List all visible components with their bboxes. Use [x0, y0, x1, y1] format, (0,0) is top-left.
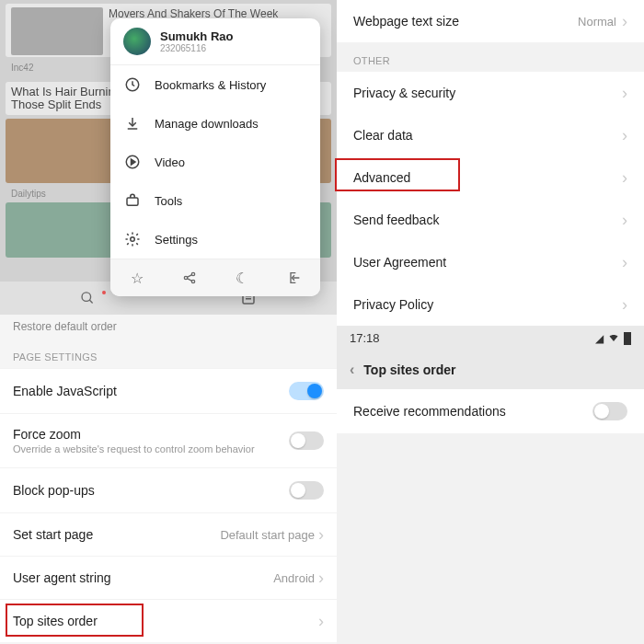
- section-header: OTHER: [337, 42, 644, 72]
- menu-label: Manage downloads: [155, 117, 259, 131]
- row-block-popups[interactable]: Block pop-ups: [0, 467, 337, 512]
- chevron-right-icon: ›: [622, 85, 627, 101]
- row-label: Privacy Policy: [353, 297, 622, 312]
- svg-point-11: [131, 237, 135, 242]
- star-icon[interactable]: ☆: [128, 269, 146, 287]
- menu-bookmarks[interactable]: Bookmarks & History: [110, 65, 320, 104]
- chevron-right-icon: ›: [318, 569, 324, 586]
- row-label: Webpage text size: [353, 14, 578, 29]
- avatar: [123, 28, 151, 55]
- row-label: Send feedback: [353, 213, 622, 227]
- toggle-force-zoom[interactable]: [289, 431, 324, 450]
- chevron-right-icon: ›: [622, 254, 627, 270]
- chevron-right-icon: ›: [318, 613, 324, 629]
- status-bar: 17:18 ◢ ■: [337, 326, 644, 351]
- row-force-zoom[interactable]: Force zoom Override a website's request …: [0, 413, 337, 467]
- menu-settings[interactable]: Settings: [110, 220, 320, 259]
- feed-background: Movers And Shakers Of The Week Inc42 Wha…: [0, 0, 337, 315]
- row-feedback[interactable]: Send feedback ›: [337, 199, 644, 241]
- toggle-block-popups[interactable]: [289, 481, 324, 500]
- menu-downloads[interactable]: Manage downloads: [110, 104, 320, 143]
- row-label: Clear data: [353, 128, 622, 143]
- titlebar-top-sites: ‹ Top sites order: [337, 351, 644, 389]
- row-recommendations[interactable]: Receive recommendations: [337, 389, 644, 433]
- row-value: Normal: [578, 15, 616, 29]
- search-icon[interactable]: [80, 289, 98, 307]
- wifi-icon: [607, 332, 620, 345]
- signal-icon: ◢: [595, 332, 604, 345]
- row-value: Default start page: [220, 528, 315, 542]
- svg-line-15: [187, 275, 191, 278]
- left-settings-panel: Restore default order PAGE SETTINGS Enab…: [0, 315, 337, 642]
- gear-icon: [123, 230, 142, 248]
- empty-fill: [337, 433, 644, 644]
- row-label: Privacy & security: [353, 86, 622, 100]
- section-header: PAGE SETTINGS: [0, 339, 337, 368]
- chevron-right-icon: ›: [318, 526, 324, 543]
- row-label: Block pop-ups: [13, 483, 289, 498]
- row-start-page[interactable]: Set start page Default start page ›: [0, 512, 337, 556]
- row-user-agent[interactable]: User agent string Android ›: [0, 556, 337, 599]
- popup-actions: ☆ ☾: [110, 259, 320, 296]
- toolbox-icon: [123, 191, 142, 210]
- battery-icon: ■: [624, 332, 631, 345]
- status-time: 17:18: [350, 331, 380, 345]
- menu-label: Settings: [155, 233, 198, 247]
- user-id: 232065116: [160, 43, 233, 53]
- row-label: Enable JavaScript: [13, 384, 289, 398]
- download-icon: [123, 114, 142, 132]
- chevron-right-icon: ›: [622, 13, 627, 29]
- row-subtitle: Override a website's request to control …: [13, 443, 289, 454]
- row-value: Android: [273, 571, 315, 585]
- back-icon[interactable]: ‹: [350, 362, 354, 378]
- popup-header[interactable]: Sumukh Rao 232065116: [110, 18, 320, 65]
- row-agreement[interactable]: User Agreement ›: [337, 241, 644, 283]
- svg-point-0: [82, 293, 91, 302]
- row-enable-javascript[interactable]: Enable JavaScript: [0, 368, 337, 413]
- play-icon: [123, 153, 142, 171]
- row-label: Receive recommendations: [353, 404, 592, 419]
- chevron-right-icon: ›: [622, 296, 627, 313]
- chevron-right-icon: ›: [622, 169, 627, 186]
- feed-thumb: [11, 7, 103, 55]
- row-label: Force zoom: [13, 427, 289, 442]
- svg-line-16: [187, 279, 191, 282]
- svg-line-1: [89, 300, 92, 303]
- row-text-size[interactable]: Webpage text size Normal ›: [337, 0, 644, 42]
- row-privacy[interactable]: Privacy & security ›: [337, 72, 644, 114]
- user-name: Sumukh Rao: [160, 29, 233, 43]
- exit-icon[interactable]: [285, 269, 304, 287]
- row-advanced[interactable]: Advanced ›: [337, 156, 644, 199]
- moon-icon[interactable]: ☾: [233, 269, 251, 287]
- svg-marker-9: [132, 159, 136, 165]
- chevron-right-icon: ›: [622, 127, 627, 144]
- row-label: User Agreement: [353, 255, 622, 270]
- row-policy[interactable]: Privacy Policy ›: [337, 283, 644, 326]
- svg-rect-10: [127, 198, 138, 205]
- menu-video[interactable]: Video: [110, 143, 320, 181]
- menu-label: Video: [155, 155, 185, 169]
- menu-label: Tools: [155, 194, 182, 208]
- profile-popup: Sumukh Rao 232065116 Bookmarks & History…: [110, 18, 320, 296]
- menu-label: Bookmarks & History: [155, 78, 266, 92]
- titlebar-label: Top sites order: [363, 362, 455, 377]
- row-label: Advanced: [353, 170, 622, 185]
- share-icon[interactable]: [180, 269, 199, 287]
- row-top-sites-order[interactable]: Top sites order ›: [0, 599, 337, 642]
- row-clear-data[interactable]: Clear data ›: [337, 114, 644, 156]
- toggle-enable-js[interactable]: [289, 382, 324, 400]
- menu-tools[interactable]: Tools: [110, 181, 320, 220]
- row-label: User agent string: [13, 570, 273, 585]
- toggle-recommendations[interactable]: [592, 402, 627, 420]
- clock-icon: [123, 75, 142, 94]
- chevron-right-icon: ›: [622, 212, 627, 228]
- row-label: Set start page: [13, 527, 220, 542]
- restore-link[interactable]: Restore default order: [0, 315, 337, 339]
- row-label: Top sites order: [13, 614, 318, 628]
